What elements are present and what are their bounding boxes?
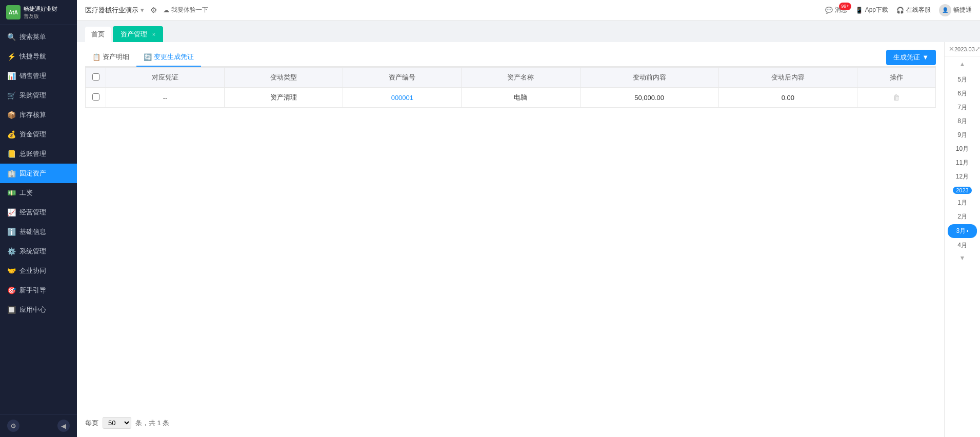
col-voucher: 对应凭证 (106, 68, 225, 88)
search-icon: 🔍 (7, 33, 15, 41)
table-row: -- 资产清理 000001 电脑 50,000.00 0.00 🗑 (86, 88, 936, 108)
sidebar-item-label: 固定资产 (19, 169, 46, 178)
select-all-checkbox[interactable] (92, 73, 99, 81)
system-icon: ⚙️ (7, 247, 15, 255)
col-after-change: 变动后内容 (718, 68, 857, 88)
sidebar-item-salary[interactable]: 💵 工资 (0, 183, 77, 203)
month-9[interactable]: 9月 (945, 128, 980, 142)
col-before-change: 变动前内容 (580, 68, 718, 88)
data-table: 对应凭证 变动类型 资产编号 资产名称 变动前内容 变动后内容 操作 (85, 67, 936, 108)
user-menu-button[interactable]: 👤 畅捷通 (939, 4, 972, 16)
month-1[interactable]: 1月 (945, 196, 980, 210)
month-5[interactable]: 5月 (945, 73, 980, 87)
sidebar-item-fixed-assets[interactable]: 🏢 固定资产 (0, 164, 77, 183)
dropdown-arrow-icon[interactable]: ▾ (141, 6, 144, 14)
sidebar-item-label: 库存核算 (19, 110, 46, 120)
row-before-change: 50,000.00 (580, 88, 718, 108)
app-download-icon: 📱 (855, 7, 863, 14)
col-asset-name: 资产名称 (462, 68, 580, 88)
month-12[interactable]: 12月 (945, 170, 980, 184)
feedback-button[interactable]: ☁ 我要体验一下 (163, 6, 208, 14)
month-2[interactable]: 2月 (945, 210, 980, 224)
change-voucher-icon: 🔄 (144, 53, 152, 61)
sidebar-item-purchase[interactable]: 🛒 采购管理 (0, 86, 77, 105)
scroll-down-icon[interactable]: ▼ (945, 252, 980, 264)
calendar-year-header: 2023.03 (954, 46, 975, 52)
sidebar-item-label: 系统管理 (19, 247, 46, 256)
calendar-months: ▲ 5月 6月 7月 8月 9月 10月 11月 12月 2023 1月 2月 … (945, 56, 980, 437)
row-checkbox[interactable] (92, 93, 99, 101)
sidebar-item-label: 工资 (19, 188, 33, 197)
row-action-cell: 🗑 (857, 88, 935, 108)
calendar-expand-icon[interactable]: ⤢ (975, 45, 980, 53)
generate-voucher-button[interactable]: 生成凭证 ▼ (886, 50, 936, 65)
col-action: 操作 (857, 68, 935, 88)
sidebar-item-ledger[interactable]: 📒 总账管理 (0, 144, 77, 164)
sidebar-item-inventory[interactable]: 📦 库存核算 (0, 105, 77, 125)
sidebar-item-label: 快捷导航 (19, 52, 46, 61)
month-3[interactable]: 3月 (948, 224, 977, 238)
customer-service-icon: 🎧 (896, 7, 904, 14)
avatar: 👤 (939, 4, 951, 16)
calendar-close-icon[interactable]: ✕ (949, 45, 954, 53)
app-logo-icon: AtA (6, 5, 21, 19)
basic-info-icon: ℹ️ (7, 228, 15, 236)
tab-active-label: 资产管理 (121, 30, 147, 38)
sidebar-item-label: 销售管理 (19, 71, 46, 81)
tab-home[interactable]: 首页 (85, 27, 111, 42)
month-10[interactable]: 10月 (945, 142, 980, 156)
sidebar-item-guide[interactable]: 🎯 新手引导 (0, 281, 77, 300)
settings-button[interactable]: ⚙ (7, 420, 19, 432)
sidebar-item-enterprise[interactable]: 🤝 企业协同 (0, 261, 77, 281)
sidebar-item-sales[interactable]: 📊 销售管理 (0, 66, 77, 86)
topbar-right: 💬 消息 99+ 📱 App下载 🎧 在线客服 👤 畅捷通 (825, 4, 972, 16)
feedback-icon: ☁ (163, 7, 169, 14)
month-7[interactable]: 7月 (945, 101, 980, 114)
enterprise-icon: 🤝 (7, 267, 15, 275)
row-checkbox-cell (86, 88, 106, 108)
scroll-up-icon[interactable]: ▲ (945, 58, 980, 70)
month-4[interactable]: 4月 (945, 239, 980, 252)
inventory-icon: 📦 (7, 111, 15, 119)
tab-asset-detail-label: 资产明细 (103, 52, 129, 62)
sidebar-item-label: 采购管理 (19, 91, 46, 100)
tab-close-icon[interactable]: × (152, 31, 155, 37)
row-voucher: -- (106, 88, 225, 108)
tab-change-voucher[interactable]: 🔄 变更生成凭证 (136, 48, 201, 67)
sidebar-item-label: 企业协同 (19, 266, 46, 275)
collapse-button[interactable]: ◀ (57, 420, 70, 432)
ledger-icon: 📒 (7, 150, 15, 158)
settings-icon[interactable]: ⚙ (150, 6, 157, 15)
page-area: 📋 资产明细 🔄 变更生成凭证 生成凭证 ▼ (77, 42, 980, 437)
sidebar-item-search[interactable]: 🔍 搜索菜单 (0, 27, 77, 47)
main-content: 医疗器械行业演示 ▾ ⚙ ☁ 我要体验一下 💬 消息 99+ 📱 App下载 🎧… (77, 0, 980, 437)
sidebar-item-operations[interactable]: 📈 经营管理 (0, 203, 77, 222)
inner-tabs-row: 📋 资产明细 🔄 变更生成凭证 生成凭证 ▼ (85, 48, 936, 67)
month-8[interactable]: 8月 (945, 114, 980, 128)
sidebar-item-system[interactable]: ⚙️ 系统管理 (0, 242, 77, 261)
calendar-header: ✕ 2023.03 ⤢ (945, 42, 980, 56)
app-download-label: App下载 (865, 6, 888, 14)
message-button[interactable]: 💬 消息 99+ (825, 6, 847, 14)
total-count: 条，共 1 条 (135, 419, 169, 428)
per-page-select[interactable]: 50 10 20 100 (103, 417, 131, 429)
delete-icon[interactable]: 🗑 (893, 93, 900, 102)
app-download-button[interactable]: 📱 App下载 (855, 6, 888, 14)
inner-tabs: 📋 资产明细 🔄 变更生成凭证 (85, 48, 886, 66)
sidebar-item-quick-nav[interactable]: ⚡ 快捷导航 (0, 47, 77, 66)
sidebar-item-finance[interactable]: 💰 资金管理 (0, 125, 77, 144)
message-badge: 99+ (839, 3, 851, 10)
sidebar-item-app-center[interactable]: 🔲 应用中心 (0, 300, 77, 320)
sidebar: AtA 畅捷通好业财 普及版 🔍 搜索菜单 ⚡ 快捷导航 📊 销售管理 🛒 采购… (0, 0, 77, 437)
tab-asset-detail[interactable]: 📋 资产明细 (85, 48, 136, 67)
customer-service-button[interactable]: 🎧 在线客服 (896, 6, 931, 14)
company-title: 医疗器械行业演示 ▾ (85, 6, 144, 15)
tab-asset-management[interactable]: 资产管理 × (113, 26, 163, 42)
sidebar-item-basic-info[interactable]: ℹ️ 基础信息 (0, 222, 77, 242)
content-panel: 📋 资产明细 🔄 变更生成凭证 生成凭证 ▼ (77, 42, 944, 437)
month-6[interactable]: 6月 (945, 87, 980, 101)
company-name: 医疗器械行业演示 (85, 6, 138, 15)
month-11[interactable]: 11月 (945, 156, 980, 170)
operations-icon: 📈 (7, 208, 15, 216)
sidebar-item-label: 搜索菜单 (19, 32, 46, 42)
